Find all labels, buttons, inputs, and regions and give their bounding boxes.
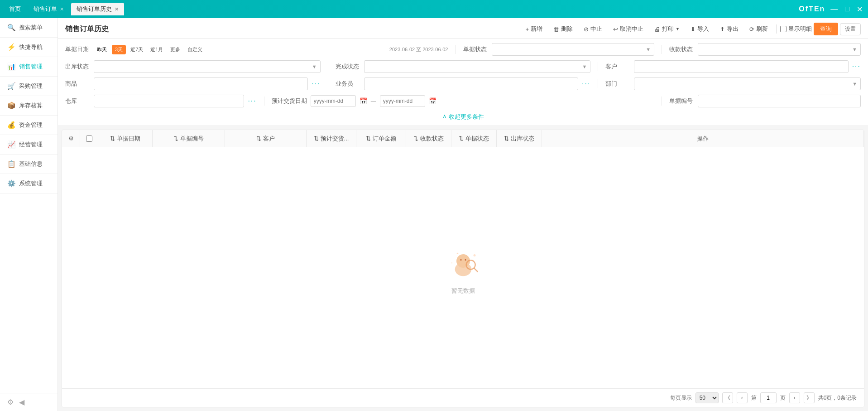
date-tag-custom[interactable]: 自定义: [185, 45, 205, 54]
th-billstatus-sort-icon[interactable]: ⇅: [459, 135, 464, 142]
sidebar-item-basic-info-label: 基础信息: [19, 160, 43, 168]
query-button[interactable]: 查询: [814, 23, 838, 35]
last-page-btn[interactable]: 》: [804, 392, 815, 403]
delivery-date-to-cal-icon[interactable]: 📅: [429, 97, 436, 105]
add-icon: +: [525, 26, 529, 33]
th-settings[interactable]: ⚙: [62, 130, 80, 147]
tab-home-label: 首页: [9, 5, 21, 13]
system-mgmt-icon: ⚙️: [7, 179, 15, 188]
settings-button[interactable]: 设置: [840, 23, 861, 35]
filter-divider-2: [662, 45, 662, 54]
tab-sales-order[interactable]: 销售订单 ✕: [28, 3, 69, 15]
th-outstatus-sort-icon[interactable]: ⇅: [504, 135, 509, 142]
sidebar-collapse-icon[interactable]: ◀: [19, 398, 24, 406]
complete-status-select-wrapper: ▼: [364, 60, 591, 73]
salesperson-more-dots[interactable]: ···: [582, 80, 590, 88]
export-button[interactable]: ⬆ 导出: [715, 23, 743, 35]
import-button[interactable]: ⬇ 导入: [686, 23, 714, 35]
bill-status-select[interactable]: [492, 43, 655, 56]
warehouse-more-dots[interactable]: ···: [248, 97, 256, 105]
sidebar-item-finance[interactable]: 💰 资金管理: [0, 116, 58, 135]
tab-sales-order-history[interactable]: 销售订单历史 ✕: [71, 3, 124, 15]
operations-icon: 📈: [7, 140, 15, 149]
th-amount-sort-icon[interactable]: ⇅: [366, 135, 371, 142]
cancel-stop-button[interactable]: ↩ 取消中止: [609, 23, 648, 35]
salesperson-input[interactable]: [364, 77, 578, 90]
sidebar-item-purchase-mgmt[interactable]: 🛒 采购管理: [0, 77, 58, 96]
purchase-mgmt-icon: 🛒: [7, 82, 15, 90]
date-tag-1month[interactable]: 近1月: [148, 45, 166, 54]
th-bill-date-sort-icon[interactable]: ⇅: [110, 135, 115, 142]
sidebar-item-quick-nav[interactable]: ⚡ 快捷导航: [0, 38, 58, 57]
delivery-date-from[interactable]: [311, 95, 356, 107]
refresh-button[interactable]: ⟳ 刷新: [745, 23, 772, 35]
close-btn[interactable]: ✕: [855, 5, 864, 14]
sidebar-item-search-menu[interactable]: 🔍 搜索菜单: [0, 18, 58, 38]
select-all-checkbox[interactable]: [86, 135, 92, 142]
th-payment-sort-icon[interactable]: ⇅: [413, 135, 418, 142]
date-tag-7days[interactable]: 近7天: [128, 45, 146, 54]
sidebar-item-search-menu-label: 搜索菜单: [19, 24, 43, 32]
total-info: 共0页，0条记录: [818, 394, 857, 402]
th-customer-sort-icon[interactable]: ⇅: [256, 135, 261, 142]
minimize-btn[interactable]: —: [829, 5, 839, 13]
show-detail-toggle[interactable]: 显示明细: [780, 25, 812, 33]
show-detail-checkbox[interactable]: [780, 26, 786, 32]
customer-input[interactable]: [634, 60, 848, 73]
tab-sales-order-history-close[interactable]: ✕: [115, 6, 119, 12]
sidebar-item-operations[interactable]: 📈 经营管理: [0, 135, 58, 155]
page-size-select[interactable]: 50 20 100: [695, 392, 719, 403]
bill-no-input[interactable]: [698, 95, 861, 107]
page-number-input[interactable]: [760, 392, 777, 403]
th-delivery-sort-icon[interactable]: ⇅: [314, 135, 319, 142]
tab-sales-order-history-label: 销售订单历史: [77, 5, 112, 13]
th-bill-no-sort-icon[interactable]: ⇅: [173, 135, 178, 142]
next-page-btn[interactable]: ›: [789, 392, 800, 403]
filter-divider-6: [598, 79, 598, 88]
sidebar-item-sales-mgmt[interactable]: 📊 销售管理: [0, 57, 58, 77]
customer-more-dots[interactable]: ···: [852, 63, 861, 71]
show-detail-label-text: 显示明细: [788, 25, 812, 33]
payment-status-select[interactable]: [698, 43, 861, 56]
product-more-dots[interactable]: ···: [312, 80, 320, 88]
collapse-label: 收起更多条件: [449, 113, 484, 121]
prev-page-btn[interactable]: ‹: [737, 392, 748, 403]
search-menu-icon: 🔍: [7, 24, 15, 32]
sidebar-settings-icon[interactable]: ⚙: [7, 398, 14, 406]
delete-label: 删除: [561, 25, 573, 33]
first-page-btn[interactable]: 《: [722, 392, 733, 403]
print-button[interactable]: 🖨 打印 ▼: [650, 23, 684, 35]
date-tag-more[interactable]: 更多: [168, 45, 183, 54]
collapse-row[interactable]: ∧ 收起更多条件: [65, 112, 861, 121]
filter-row-3: 商品 ··· 业务员 ··· 部门 ▼: [65, 77, 861, 90]
maximize-btn[interactable]: □: [843, 5, 851, 13]
date-tag-3days[interactable]: 3天: [112, 45, 126, 54]
top-bar-right: OfTEn — □ ✕: [795, 5, 864, 14]
filter-payment-status: 收款状态 ▼: [669, 43, 861, 56]
finance-icon: 💰: [7, 121, 15, 129]
stop-button[interactable]: ⊘ 中止: [579, 23, 607, 35]
product-input[interactable]: [94, 77, 308, 90]
svg-line-5: [474, 268, 478, 272]
complete-status-select[interactable]: [364, 60, 591, 73]
th-checkbox[interactable]: [80, 130, 98, 147]
dept-select[interactable]: [634, 77, 861, 90]
filter-out-status: 出库状态 ▼: [65, 60, 321, 73]
delivery-date-to[interactable]: [380, 95, 425, 107]
delivery-date-from-cal-icon[interactable]: 📅: [360, 97, 367, 105]
out-status-label: 出库状态: [65, 63, 90, 71]
sidebar-item-system-mgmt[interactable]: ⚙️ 系统管理: [0, 174, 58, 193]
empty-state: 暂无数据: [441, 241, 486, 295]
date-tag-yesterday[interactable]: 昨天: [94, 45, 110, 54]
tab-home[interactable]: 首页: [4, 3, 26, 15]
sidebar-item-basic-info[interactable]: 📋 基础信息: [0, 155, 58, 174]
add-button[interactable]: + 新增: [521, 23, 547, 35]
delete-button[interactable]: 🗑 删除: [549, 23, 577, 35]
sidebar-item-inventory[interactable]: 📦 库存核算: [0, 96, 58, 116]
refresh-icon: ⟳: [749, 26, 754, 33]
filter-row-4: 仓库 ··· 预计交货日期 📅 — 📅 单据编号: [65, 95, 861, 107]
warehouse-input[interactable]: [94, 95, 244, 107]
quick-nav-icon: ⚡: [7, 43, 15, 51]
tab-sales-order-close[interactable]: ✕: [60, 6, 64, 12]
out-status-select[interactable]: [94, 60, 321, 73]
